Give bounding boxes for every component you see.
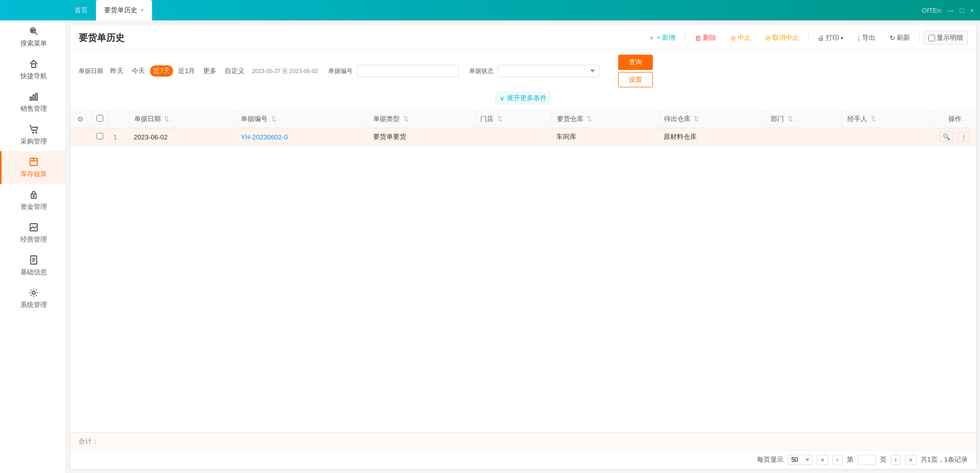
new-button[interactable]: ＋ + 新增: [643, 31, 680, 45]
expand-more-button[interactable]: ∨ 展开更多条件: [495, 91, 551, 105]
col-dept[interactable]: 部门 ⇅: [766, 110, 842, 128]
query-button[interactable]: 查询: [618, 55, 653, 70]
tab-requisition-label: 要货单历史: [104, 6, 137, 15]
sidebar-item-label: 系统管理: [20, 300, 47, 310]
date-7days-btn[interactable]: 近7天: [150, 65, 173, 77]
close-tab-icon[interactable]: ×: [140, 7, 144, 14]
req-warehouse-sort-icon: ⇅: [586, 115, 592, 123]
display-detail-button[interactable]: 显示明细: [924, 31, 968, 45]
delete-button[interactable]: 🗑 删除: [690, 31, 721, 45]
select-all-checkbox[interactable]: [96, 115, 103, 122]
sidebar-item-sales-mgmt[interactable]: 销售管理: [0, 86, 66, 119]
window-close-icon[interactable]: ×: [970, 7, 974, 14]
row-view-button[interactable]: 🔍: [940, 132, 953, 142]
footer-label: 合计：: [79, 437, 99, 446]
display-detail-checkbox[interactable]: [928, 35, 935, 41]
tab-requisition-history[interactable]: 要货单历史 ×: [96, 0, 152, 20]
status-select[interactable]: [498, 65, 600, 77]
page-number-input[interactable]: 1: [857, 455, 876, 465]
per-page-select[interactable]: 50 20 100: [788, 455, 813, 465]
action-buttons: 查询 设置: [618, 55, 653, 87]
col-doc-no[interactable]: 单据编号 ⇅: [236, 110, 368, 128]
svg-rect-7: [33, 95, 35, 100]
tab-home[interactable]: 首页: [66, 0, 96, 20]
col-actions: 操作: [934, 110, 976, 128]
date-more-btn[interactable]: 更多: [200, 65, 219, 77]
refresh-button[interactable]: ↻ 刷新: [885, 31, 915, 45]
sidebar-item-label: 资金管理: [20, 202, 47, 211]
sidebar-item-inventory-calc[interactable]: 库存核算: [0, 151, 66, 184]
sidebar-item-sys-mgmt[interactable]: 系统管理: [0, 282, 66, 315]
date-today-btn[interactable]: 今天: [129, 65, 148, 77]
minimize-icon[interactable]: —: [947, 7, 954, 14]
tab-home-label: 首页: [75, 6, 88, 15]
print-label: 打印: [826, 33, 839, 42]
sidebar-item-search-menu[interactable]: 搜索菜单: [0, 20, 66, 53]
new-icon: ＋: [648, 33, 655, 42]
toolbar-divider-2: [808, 33, 808, 42]
svg-rect-8: [36, 93, 37, 100]
filter-row-1: 单据日期 昨天 今天 近7天 近1月 更多 自定义 2023-05-27 至 2…: [79, 55, 968, 87]
sidebar-item-label: 快捷导航: [20, 72, 47, 81]
date-1month-btn[interactable]: 近1月: [175, 65, 198, 77]
pagination-bar: 每页显示 50 20 100 « ‹ 第 1 页 › » 共1页，1条记录: [70, 450, 976, 469]
main-layout: 搜索菜单 快捷导航 销售管理: [0, 20, 980, 473]
stop-icon: ⊘: [730, 34, 736, 42]
sidebar-item-basic-info[interactable]: 基础信息: [0, 249, 66, 282]
top-bar-right: OfTEn — □ ×: [922, 0, 974, 20]
col-date[interactable]: 单据日期 ⇅: [129, 110, 236, 128]
filter-area: 单据日期 昨天 今天 近7天 近1月 更多 自定义 2023-05-27 至 2…: [70, 50, 976, 110]
toolbar-divider-3: [919, 33, 920, 42]
last-page-button[interactable]: »: [905, 455, 917, 465]
first-page-button[interactable]: «: [817, 455, 828, 465]
sidebar-item-ops-mgmt[interactable]: 经营管理: [0, 217, 66, 249]
settings-button[interactable]: 设置: [618, 72, 653, 87]
export-button[interactable]: ↓ 导出: [852, 31, 881, 45]
cancel-stop-button[interactable]: ⊘ 取消中止: [760, 31, 804, 45]
row-more-button[interactable]: ⋮: [958, 132, 970, 142]
sidebar-item-purchase-mgmt[interactable]: 采购管理: [0, 119, 66, 151]
table-settings-btn[interactable]: ⚙: [77, 115, 84, 123]
pending-warehouse-sort-icon: ⇅: [694, 115, 699, 123]
date-custom-btn[interactable]: 自定义: [222, 65, 248, 77]
doc-no-link[interactable]: YH-20230602-0: [241, 133, 288, 141]
total-info: 共1页，1条记录: [921, 455, 968, 464]
row-select-checkbox[interactable]: [96, 133, 103, 139]
table-header: ⚙ 单据日期 ⇅ 单据编号 ⇅: [70, 110, 976, 128]
col-settings[interactable]: ⚙: [70, 110, 91, 128]
sidebar-item-label: 经营管理: [20, 235, 47, 244]
search-menu-icon: [28, 26, 39, 37]
row-doc-no: YH-20230602-0: [236, 128, 368, 146]
chart-icon: [28, 91, 39, 102]
date-yesterday-btn[interactable]: 昨天: [107, 65, 127, 77]
prev-page-button[interactable]: ‹: [832, 455, 843, 465]
stop-button[interactable]: ⊘ 中止: [725, 31, 756, 45]
svg-point-10: [36, 132, 37, 133]
top-bar: 首页 要货单历史 × OfTEn — □ ×: [0, 0, 980, 20]
chevron-down-icon: ∨: [500, 94, 505, 102]
page-title: 要货单历史: [79, 32, 125, 44]
sidebar-item-quick-nav[interactable]: 快捷导航: [0, 53, 66, 86]
col-doc-type[interactable]: 单据类型 ⇅: [368, 110, 475, 128]
col-checkbox[interactable]: [91, 110, 108, 128]
sidebar-item-fund-mgmt[interactable]: 资金管理: [0, 184, 66, 217]
print-button[interactable]: 🖨 打印 ▾: [813, 31, 848, 45]
table-row[interactable]: 1 2023-06-02 YH-20230602-0 要货单要货 车间库 原材料…: [70, 128, 976, 146]
dept-sort-icon: ⇅: [788, 115, 793, 123]
cancel-stop-label: 取消中止: [772, 33, 799, 42]
sidebar-item-label: 搜索菜单: [20, 39, 47, 48]
row-checkbox[interactable]: [91, 128, 108, 146]
svg-point-9: [33, 132, 34, 133]
doc-no-input[interactable]: [357, 65, 459, 77]
table-body: 1 2023-06-02 YH-20230602-0 要货单要货 车间库 原材料…: [70, 128, 976, 146]
col-handler[interactable]: 经手人 ⇅: [842, 110, 934, 128]
col-req-warehouse[interactable]: 要货仓库 ⇅: [551, 110, 658, 128]
home-icon: [28, 58, 39, 69]
brand-label: OfTEn: [922, 7, 941, 14]
maximize-icon[interactable]: □: [960, 7, 964, 14]
row-pending-warehouse: 原材料仓库: [658, 128, 766, 146]
next-page-button[interactable]: ›: [891, 455, 901, 465]
col-pending-warehouse[interactable]: 待出仓库 ⇅: [658, 110, 766, 128]
stop-label: 中止: [738, 33, 751, 42]
col-store[interactable]: 门店 ⇅: [475, 110, 552, 128]
